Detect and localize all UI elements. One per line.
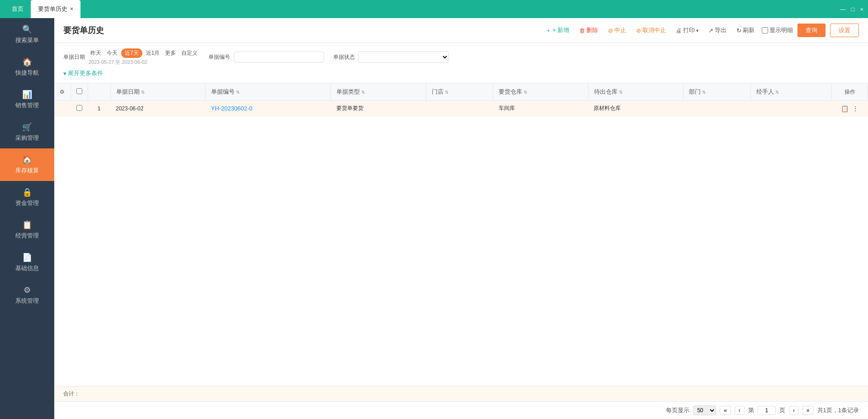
prev-page-button[interactable]: ‹ — [735, 406, 745, 415]
col-checkbox[interactable] — [71, 83, 88, 101]
row-operations: 📋 ⋮ — [832, 101, 868, 116]
row-doc-number: YH-20230602-0 — [206, 101, 331, 116]
expand-more-button[interactable]: ▾ 展开更多条件 — [63, 69, 859, 77]
yesterday-shortcut[interactable]: 昨天 — [89, 48, 103, 58]
stop-icon: ⊘ — [608, 27, 613, 34]
doc-number-filter-group: 单据编号 — [208, 52, 324, 62]
stop-button[interactable]: ⊘ 中止 — [605, 24, 629, 36]
col-department[interactable]: 部门⇅ — [684, 83, 750, 101]
doc-number-input[interactable] — [234, 52, 324, 62]
chart-icon: 📊 — [22, 90, 32, 100]
status-select[interactable] — [359, 51, 449, 63]
sidebar-item-finance[interactable]: 🔒 资金管理 — [0, 181, 54, 214]
last-page-button[interactable]: » — [802, 406, 814, 415]
sidebar-item-label: 基础信息 — [15, 264, 39, 272]
tab-home[interactable]: 首页 — [5, 0, 31, 18]
pagination-bar: 每页显示 20 50 100 200 « ‹ 第 1 页 › » 共1页，1条记… — [54, 401, 868, 419]
select-all-checkbox[interactable] — [76, 88, 82, 94]
export-button[interactable]: ↗ 导出 — [706, 24, 729, 36]
col-store[interactable]: 门店⇅ — [426, 83, 493, 101]
filter-area: 单据日期 昨天 今天 近7天 近1月 更多 自定义 2023-05-27 至 2… — [54, 43, 868, 83]
row-pending-warehouse: 原材料仓库 — [588, 101, 684, 116]
row-select-checkbox[interactable] — [76, 105, 82, 111]
doc-number-link[interactable]: YH-20230602-0 — [211, 105, 253, 112]
sort-store-icon[interactable]: ⇅ — [445, 90, 448, 95]
col-settings[interactable]: ⚙ — [54, 83, 71, 101]
col-pending-warehouse[interactable]: 待出仓库⇅ — [588, 83, 684, 101]
sidebar-item-label: 资金管理 — [15, 199, 39, 207]
sidebar-item-quick-nav[interactable]: 🏠 快捷导航 — [0, 51, 54, 83]
sidebar-item-label: 采购管理 — [15, 134, 39, 142]
sort-date-icon[interactable]: ⇅ — [141, 90, 145, 95]
sidebar-item-system[interactable]: ⚙ 系统管理 — [0, 279, 54, 311]
window-minimize-button[interactable]: — — [840, 6, 846, 13]
sidebar-item-label: 经营管理 — [15, 232, 39, 240]
row-more-icon[interactable]: ⋮ — [852, 105, 859, 112]
sort-docnum-icon[interactable]: ⇅ — [236, 90, 240, 95]
today-shortcut[interactable]: 今天 — [105, 48, 119, 58]
sidebar-item-basic-info[interactable]: 📄 基础信息 — [0, 246, 54, 279]
main-layout: 🔍 搜索菜单 🏠 快捷导航 📊 销售管理 🛒 采购管理 🏠 库存核算 🔒 资金管… — [0, 18, 868, 419]
show-detail-toggle[interactable]: 显示明细 — [762, 26, 793, 34]
cancel-stop-icon: ⊘ — [636, 27, 641, 34]
total-pages-label: 共1页，1条记录 — [817, 406, 859, 414]
more-shortcut[interactable]: 更多 — [163, 48, 178, 58]
page-number-input[interactable]: 1 — [758, 406, 776, 415]
sidebar-item-label: 搜索菜单 — [15, 36, 39, 44]
row-edit-icon[interactable]: 📋 — [841, 105, 849, 112]
sidebar-item-sales[interactable]: 📊 销售管理 — [0, 83, 54, 116]
window-maximize-button[interactable]: □ — [851, 6, 855, 13]
row-checkbox[interactable] — [71, 101, 88, 116]
document-icon: 📄 — [22, 252, 32, 262]
row-num: 1 — [88, 101, 110, 116]
last-month-shortcut[interactable]: 近1月 — [144, 48, 162, 58]
query-button[interactable]: 查询 — [797, 24, 826, 37]
doc-number-label: 单据编号 — [208, 53, 230, 61]
status-filter-group: 单据状态 — [333, 51, 449, 63]
chevron-down-icon: ▾ — [63, 70, 66, 77]
sort-dept-icon[interactable]: ⇅ — [702, 90, 706, 95]
page-title: 要货单历史 — [63, 25, 104, 36]
tab-requisition-history[interactable]: 要货单历史 × — [31, 0, 80, 18]
col-req-warehouse[interactable]: 要货仓库⇅ — [493, 83, 589, 101]
col-handler[interactable]: 经手人⇅ — [750, 83, 832, 101]
new-button[interactable]: + + 新增 — [544, 24, 572, 36]
show-detail-checkbox[interactable] — [762, 27, 768, 33]
sort-doctype-icon[interactable]: ⇅ — [361, 90, 365, 95]
col-doc-type[interactable]: 单据类型⇅ — [331, 83, 426, 101]
date-filter-group: 单据日期 昨天 今天 近7天 近1月 更多 自定义 2023-05-27 至 2… — [63, 48, 199, 66]
settings-button[interactable]: 设置 — [830, 24, 859, 37]
sort-pendwh-icon[interactable]: ⇅ — [619, 90, 623, 95]
table-row: 1 2023-06-02 YH-20230602-0 要货单要货 车间库 原材料… — [54, 101, 868, 116]
window-close-button[interactable]: × — [860, 6, 863, 13]
sidebar-item-operations[interactable]: 📋 经营管理 — [0, 214, 54, 246]
page-size-label: 每页显示 — [666, 406, 689, 414]
col-doc-number[interactable]: 单据编号⇅ — [206, 83, 331, 101]
sort-handler-icon[interactable]: ⇅ — [775, 90, 779, 95]
row-department — [684, 101, 750, 116]
col-date[interactable]: 单据日期⇅ — [110, 83, 206, 101]
delete-button[interactable]: 🗑 删除 — [576, 24, 601, 36]
content-area: 要货单历史 + + 新增 🗑 删除 ⊘ 中止 ⊘ 取消中止 — [54, 18, 868, 419]
topbar: 首页 要货单历史 × — □ × — [0, 0, 868, 18]
last7days-shortcut[interactable]: 近7天 — [121, 48, 142, 58]
next-page-button[interactable]: › — [789, 406, 799, 415]
page-size-select[interactable]: 20 50 100 200 — [693, 405, 716, 415]
sidebar-item-purchase[interactable]: 🛒 采购管理 — [0, 116, 54, 148]
custom-shortcut[interactable]: 自定义 — [179, 48, 199, 58]
row-settings — [54, 101, 71, 116]
col-ops: 操作 — [832, 83, 868, 101]
table-area: ⚙ 单据日期⇅ 单据编号⇅ 单据类型⇅ 门店⇅ 要货仓库⇅ 待出仓库⇅ 部门⇅ … — [54, 83, 868, 386]
print-button[interactable]: 🖨 打印 ▾ — [673, 24, 701, 36]
sidebar-item-search-menu[interactable]: 🔍 搜索菜单 — [0, 18, 54, 51]
tab-close-icon[interactable]: × — [70, 6, 73, 12]
sidebar-item-label: 销售管理 — [15, 101, 39, 110]
cancel-stop-button[interactable]: ⊘ 取消中止 — [633, 24, 669, 36]
print-icon: 🖨 — [676, 27, 682, 34]
first-page-button[interactable]: « — [720, 406, 731, 415]
sidebar-item-inventory[interactable]: 🏠 库存核算 — [0, 148, 54, 181]
print-dropdown-icon: ▾ — [696, 28, 698, 33]
sort-reqwh-icon[interactable]: ⇅ — [524, 90, 527, 95]
refresh-button[interactable]: ↻ 刷新 — [734, 24, 757, 36]
row-date: 2023-06-02 — [110, 101, 206, 116]
